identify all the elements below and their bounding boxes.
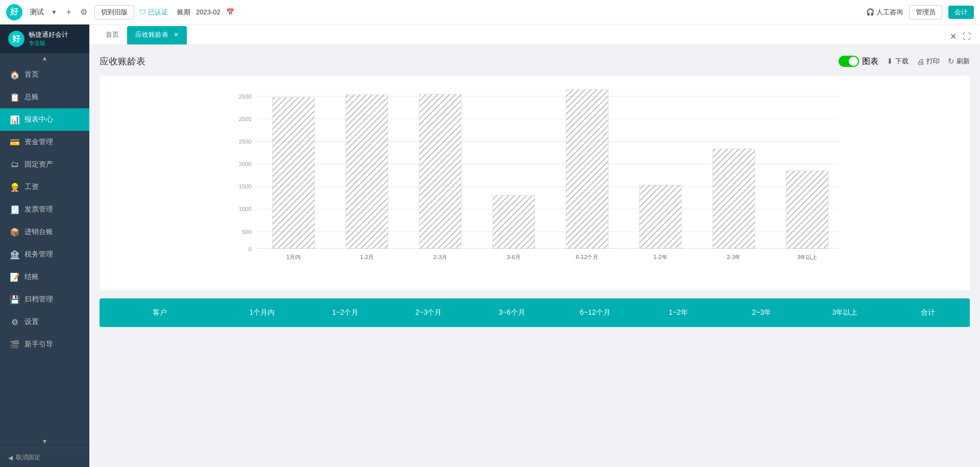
sidebar-item-home[interactable]: 🏠 首页 <box>0 63 89 86</box>
pin-icon: ◀ <box>8 454 13 461</box>
sidebar-item-settings[interactable]: ⚙ 设置 <box>0 311 89 333</box>
svg-text:6-12个月: 6-12个月 <box>576 254 599 260</box>
company-dropdown-button[interactable]: ▼ <box>49 8 59 17</box>
chart-container: 2500 2500 2500 2000 1500 1000 500 0 1 <box>100 76 970 290</box>
sidebar-item-ledger[interactable]: 📋 总账 <box>0 86 89 108</box>
table-col-3-6m: 3~6个月 <box>470 308 553 317</box>
invoice-icon: 🧾 <box>10 205 19 214</box>
sidebar-item-sales[interactable]: 📦 进销台账 <box>0 221 89 243</box>
ledger-icon: 📋 <box>10 92 19 102</box>
report-title: 应收账龄表 <box>100 55 145 67</box>
table-col-1-2m: 1~2个月 <box>304 308 387 317</box>
expand-window-button[interactable]: ⛶ <box>962 31 972 42</box>
bar-1-2-month <box>346 95 388 248</box>
tab-close-button[interactable]: ✕ <box>174 31 179 38</box>
assets-icon: 🗂 <box>10 160 19 169</box>
sidebar-scroll-up[interactable]: ▲ <box>0 53 89 63</box>
svg-text:1000: 1000 <box>239 206 252 212</box>
sidebar-item-reports-label: 报表中心 <box>24 115 53 124</box>
content-area: 首页 应收账龄表 ✕ ✕ ⛶ 应收账龄表 图表 <box>89 25 980 467</box>
bar-2-3-year <box>713 149 755 248</box>
table-col-2-3m: 2~3个月 <box>387 308 470 317</box>
chart-toggle-label: 图表 <box>862 56 878 67</box>
table-col-3plusy: 3年以上 <box>803 308 887 317</box>
table-col-6-12m: 6~12个月 <box>553 308 636 317</box>
sidebar-item-funds[interactable]: 💳 资金管理 <box>0 131 89 153</box>
tab-home[interactable]: 首页 <box>97 26 127 44</box>
table-col-customer: 客户 <box>100 308 220 317</box>
svg-text:2-3年: 2-3年 <box>727 254 741 260</box>
bar-6-12-month <box>566 89 608 248</box>
consult-button[interactable]: 🎧 人工咨询 <box>866 8 903 17</box>
bar-3-plus-year <box>786 171 828 248</box>
sidebar-item-salary[interactable]: 👷 工资 <box>0 176 89 198</box>
bar-1-month <box>273 98 314 249</box>
sidebar-item-settings-label: 设置 <box>24 317 39 326</box>
user-button[interactable]: 管理员 <box>909 5 942 19</box>
salary-icon: 👷 <box>10 182 19 192</box>
refresh-icon: ↻ <box>948 57 954 66</box>
table-header: 客户 1个月内 1~2个月 2~3个月 3~6个月 6~12个月 1~2年 2~… <box>100 298 970 327</box>
table-col-total: 合计 <box>887 308 970 317</box>
logo-icon: 好 <box>8 31 24 47</box>
bar-chart: 2500 2500 2500 2000 1500 1000 500 0 1 <box>110 86 960 280</box>
logo-text-container: 畅捷通好会计 专业版 <box>29 31 68 47</box>
archive-icon: 💾 <box>10 295 19 304</box>
sidebar-item-reports[interactable]: 📊 报表中心 <box>0 108 89 131</box>
sidebar-item-guide[interactable]: 🎬 新手引导 <box>0 333 89 356</box>
chart-toggle-group: 图表 <box>839 56 878 67</box>
certified-badge: 🛡 已认证 <box>139 8 168 17</box>
settings-button[interactable]: ⚙ <box>78 5 89 19</box>
print-button[interactable]: 🖨 打印 <box>917 57 940 66</box>
close-period-icon: 📝 <box>10 272 19 282</box>
svg-text:2000: 2000 <box>239 161 252 167</box>
sidebar-item-tax[interactable]: 🏦 税务管理 <box>0 243 89 266</box>
svg-text:1500: 1500 <box>239 183 252 190</box>
calendar-icon[interactable]: 📅 <box>226 8 234 16</box>
sidebar: 好 畅捷通好会计 专业版 ▲ 🏠 首页 📋 总账 📊 报表中心 💳 <box>0 25 89 467</box>
svg-text:2500: 2500 <box>239 94 252 100</box>
svg-text:1月内: 1月内 <box>286 254 301 260</box>
cancel-fixed-button[interactable]: ◀ 取消固定 <box>0 448 89 467</box>
refresh-button[interactable]: ↻ 刷新 <box>948 57 970 66</box>
sidebar-item-invoice[interactable]: 🧾 发票管理 <box>0 198 89 221</box>
tax-icon: 🏦 <box>10 250 19 259</box>
sidebar-item-invoice-label: 发票管理 <box>24 205 53 214</box>
sidebar-item-tax-label: 税务管理 <box>24 250 53 259</box>
report-header: 应收账龄表 图表 ⬇ 下载 🖨 打印 ↻ <box>100 55 970 67</box>
cancel-fixed-label: 取消固定 <box>16 453 40 462</box>
reports-icon: 📊 <box>10 115 19 124</box>
header-right-section: 🎧 人工咨询 管理员 会计 <box>866 5 974 19</box>
top-header: 好 测试 ▼ + ⚙ 切到旧版 🛡 已认证 账期 2023-02 📅 🎧 人工咨… <box>0 0 980 25</box>
chart-toggle-switch[interactable] <box>839 56 859 67</box>
sidebar-item-guide-label: 新手引导 <box>24 340 53 349</box>
bar-1-2-year <box>640 185 681 248</box>
close-window-button[interactable]: ✕ <box>949 31 958 42</box>
sidebar-item-sales-label: 进销台账 <box>24 227 53 237</box>
svg-text:0: 0 <box>249 246 252 252</box>
table-container: 客户 1个月内 1~2个月 2~3个月 3~6个月 6~12个月 1~2年 2~… <box>100 298 970 327</box>
download-button[interactable]: ⬇ 下载 <box>887 57 909 66</box>
sidebar-item-ledger-label: 总账 <box>24 92 39 102</box>
period-label: 账期 2023-02 📅 <box>177 8 234 17</box>
main-layout: 好 畅捷通好会计 专业版 ▲ 🏠 首页 📋 总账 📊 报表中心 💳 <box>0 25 980 467</box>
tab-receivable-aging[interactable]: 应收账龄表 ✕ <box>127 26 187 44</box>
print-icon: 🖨 <box>917 57 924 66</box>
sidebar-menu: 🏠 首页 📋 总账 📊 报表中心 💳 资金管理 🗂 固定资产 👷 工资 <box>0 63 89 448</box>
sidebar-item-close[interactable]: 📝 结账 <box>0 266 89 288</box>
sidebar-item-assets[interactable]: 🗂 固定资产 <box>0 153 89 176</box>
svg-text:1-2年: 1-2年 <box>653 254 667 260</box>
add-button[interactable]: + <box>64 6 73 19</box>
switch-old-version-button[interactable]: 切到旧版 <box>94 5 134 19</box>
svg-text:3年以上: 3年以上 <box>797 254 817 260</box>
table-col-2-3y: 2~3年 <box>720 308 803 317</box>
role-button[interactable]: 会计 <box>948 6 974 19</box>
chart-area: 2500 2500 2500 2000 1500 1000 500 0 1 <box>110 86 960 280</box>
sales-icon: 📦 <box>10 227 19 237</box>
sidebar-scroll-down[interactable]: ▼ <box>0 436 89 447</box>
app-name: 畅捷通好会计 <box>29 31 68 39</box>
sidebar-item-archive[interactable]: 💾 归档管理 <box>0 288 89 311</box>
bar-2-3-month <box>420 94 461 248</box>
sidebar-item-archive-label: 归档管理 <box>24 295 53 304</box>
sidebar-item-home-label: 首页 <box>24 70 39 79</box>
